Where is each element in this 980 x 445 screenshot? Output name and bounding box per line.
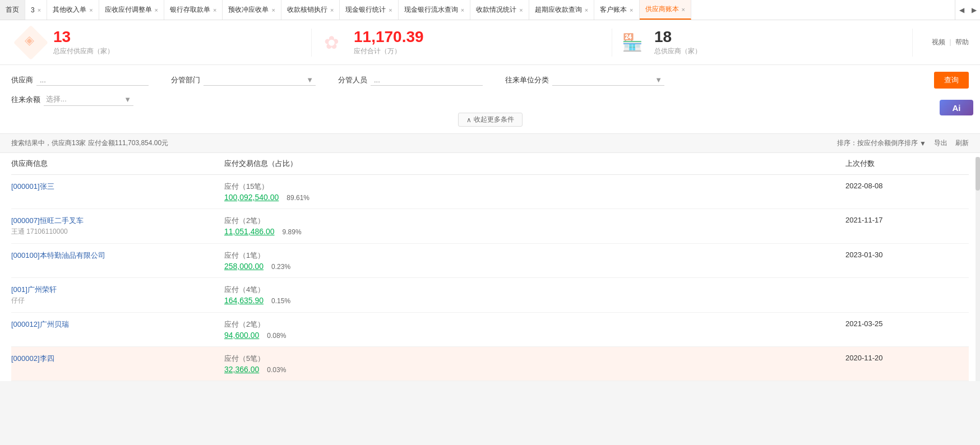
table-row: [000001]张三 应付（15笔） 100,092,540.00 89.61%…	[11, 175, 969, 209]
table-row: [000002]李四 应付（5笔） 32,366.00 0.03% 2020-1…	[11, 347, 969, 381]
balance-label: 往来余额	[11, 95, 40, 105]
nav-arrows: ◀ ▶	[955, 0, 980, 20]
store-icon: 🏪	[618, 29, 646, 57]
balance-filter: 往来余额 选择... ▼	[11, 93, 133, 106]
table-row: [000012]广州贝瑞 应付（2笔） 94,600.00 0.08% 2021…	[11, 313, 969, 347]
close-icon[interactable]: ×	[682, 6, 685, 13]
close-icon[interactable]: ×	[271, 7, 275, 13]
table-row: [000100]本特勤油品有限公司 应付（1笔） 258,000.00 0.23…	[11, 244, 969, 278]
trade-percent: 89.61%	[286, 194, 309, 202]
supplier-filter: 供应商	[11, 75, 149, 86]
trade-amount[interactable]: 32,366.00	[224, 365, 259, 374]
nav-tab-ap-adjustment[interactable]: 应收应付调整单 ×	[99, 0, 164, 20]
help-link[interactable]: 帮助	[955, 38, 969, 46]
category-select[interactable]: ▼	[552, 75, 664, 86]
sort-select[interactable]: 排序：按应付余额倒序排序 ▼	[837, 138, 926, 148]
dept-select[interactable]: ▼	[204, 75, 316, 86]
nav-tab-collection-stats[interactable]: 收款情况统计 ×	[470, 0, 529, 20]
trade-label: 应付（2笔）	[224, 216, 845, 226]
nav-tab-3[interactable]: 3 ×	[25, 0, 47, 20]
result-actions: 排序：按应付余额倒序排序 ▼ 导出 刷新	[837, 138, 969, 148]
col-header-trade: 应付交易信息（占比）	[224, 159, 845, 169]
nav-prev-button[interactable]: ◀	[955, 0, 968, 20]
dept-filter: 分管部门 ▼	[171, 75, 316, 86]
last-payment-date: 2020-11-20	[845, 354, 883, 362]
summary-card-payable-suppliers: 13 总应付供应商（家）	[11, 29, 312, 57]
supplier-name-link[interactable]: [000007]恒旺二手叉车	[11, 216, 224, 226]
nav-tab-payment-exec[interactable]: 收款核销执行 ×	[281, 0, 340, 20]
collapse-button[interactable]: ∧ 收起更多条件	[458, 113, 523, 127]
payable-total-amount: 11,170.39	[354, 29, 424, 46]
nav-tab-cash-bank-flow[interactable]: 现金银行流水查询 ×	[399, 0, 470, 20]
nav-tab-home[interactable]: 首页	[0, 0, 25, 20]
top-nav: 首页 3 × 其他收入单 × 应收应付调整单 × 银行存取款单 × 预收冲应收单…	[0, 0, 980, 20]
person-label: 分管人员	[338, 75, 367, 85]
close-icon[interactable]: ×	[38, 7, 41, 13]
trade-amount[interactable]: 94,600.00	[224, 331, 259, 340]
search-button[interactable]: 查询	[934, 72, 969, 89]
trade-amount[interactable]: 258,000.00	[224, 262, 264, 271]
refresh-button[interactable]: 刷新	[955, 138, 969, 148]
col-header-last-payment: 上次付数	[845, 159, 969, 169]
trade-percent: 0.03%	[267, 366, 286, 374]
export-button[interactable]: 导出	[934, 138, 947, 148]
filter-row-1: 供应商 分管部门 ▼ 分管人员 往来单位分类 ▼ 查询	[11, 72, 969, 89]
trade-percent: 9.89%	[283, 228, 302, 236]
supplier-name-link[interactable]: [001]广州荣轩	[11, 285, 224, 295]
close-icon[interactable]: ×	[155, 7, 158, 13]
person-input[interactable]	[371, 75, 483, 86]
nav-tab-bank-deposit[interactable]: 银行存取款单 ×	[164, 0, 223, 20]
dept-label: 分管部门	[171, 75, 200, 85]
trade-label: 应付（15笔）	[224, 182, 845, 192]
supplier-input[interactable]	[36, 75, 149, 86]
supplier-name-link[interactable]: [000002]李四	[11, 354, 224, 364]
nav-next-button[interactable]: ▶	[968, 0, 980, 20]
ai-badge[interactable]: Ai	[940, 100, 973, 115]
summary-right-actions: 视频 | 帮助	[913, 38, 969, 47]
last-payment-date: 2021-11-17	[845, 216, 883, 224]
close-icon[interactable]: ×	[585, 7, 588, 13]
supplier-sub-info: 仔仔	[11, 296, 224, 305]
video-link[interactable]: 视频	[932, 38, 945, 46]
summary-card-payable-total: ✿ 11,170.39 应付合计（万）	[312, 29, 612, 57]
result-bar: 搜索结果中，供应商13家 应付金额111,703,854.00元 排序：按应付余…	[0, 134, 980, 153]
close-icon[interactable]: ×	[630, 7, 633, 13]
close-icon[interactable]: ×	[519, 7, 523, 13]
trade-label: 应付（2笔）	[224, 319, 845, 330]
trade-amount[interactable]: 164,635.90	[224, 296, 264, 305]
nav-tab-supplier-ledger[interactable]: 供应商账本 ×	[640, 0, 691, 20]
close-icon[interactable]: ×	[330, 7, 334, 13]
close-icon[interactable]: ×	[389, 7, 392, 13]
nav-tab-customer-ledger[interactable]: 客户账本 ×	[594, 0, 639, 20]
supplier-table: 供应商信息 应付交易信息（占比） 上次付数 [000001]张三 应付（15笔）…	[0, 153, 980, 381]
trade-amount[interactable]: 11,051,486.00	[224, 227, 275, 236]
chevron-down-icon: ▼	[919, 140, 926, 147]
scroll-track[interactable]	[976, 157, 980, 381]
summary-card-total-suppliers: 🏪 18 总供应商（家）	[612, 29, 913, 57]
supplier-name-link[interactable]: [000100]本特勤油品有限公司	[11, 251, 224, 261]
close-icon[interactable]: ×	[213, 7, 216, 13]
col-header-supplier: 供应商信息	[11, 159, 224, 169]
trade-label: 应付（4笔）	[224, 285, 845, 295]
last-payment-date: 2021-03-25	[845, 319, 883, 328]
balance-select[interactable]: 选择... ▼	[44, 93, 133, 106]
trade-amount[interactable]: 100,092,540.00	[224, 193, 279, 202]
trade-label: 应付（5笔）	[224, 354, 845, 364]
scroll-thumb[interactable]	[976, 157, 980, 191]
supplier-sub-info: 王通 17106110000	[11, 227, 224, 237]
table-row: [001]广州荣轩 仔仔 应付（4笔） 164,635.90 0.15%	[11, 278, 969, 313]
close-icon[interactable]: ×	[89, 7, 93, 13]
supplier-label: 供应商	[11, 75, 33, 85]
close-icon[interactable]: ×	[461, 7, 464, 13]
supplier-name-link[interactable]: [000012]广州贝瑞	[11, 319, 224, 330]
supplier-name-link[interactable]: [000001]张三	[11, 182, 224, 192]
nav-tab-cash-bank-stats[interactable]: 现金银行统计 ×	[340, 0, 398, 20]
trade-percent: 0.08%	[267, 332, 286, 340]
total-suppliers-label: 总供应商（家）	[654, 47, 701, 56]
nav-tab-prepay[interactable]: 预收冲应收单 ×	[223, 0, 281, 20]
chevron-down-icon: ▼	[124, 95, 131, 104]
nav-tab-other-income[interactable]: 其他收入单 ×	[47, 0, 99, 20]
summary-bar: 13 总应付供应商（家） ✿ 11,170.39 应付合计（万） 🏪 18 总供…	[0, 20, 980, 65]
chevron-down-icon: ▼	[655, 76, 662, 84]
nav-tab-overdue-ar[interactable]: 超期应收款查询 ×	[529, 0, 594, 20]
